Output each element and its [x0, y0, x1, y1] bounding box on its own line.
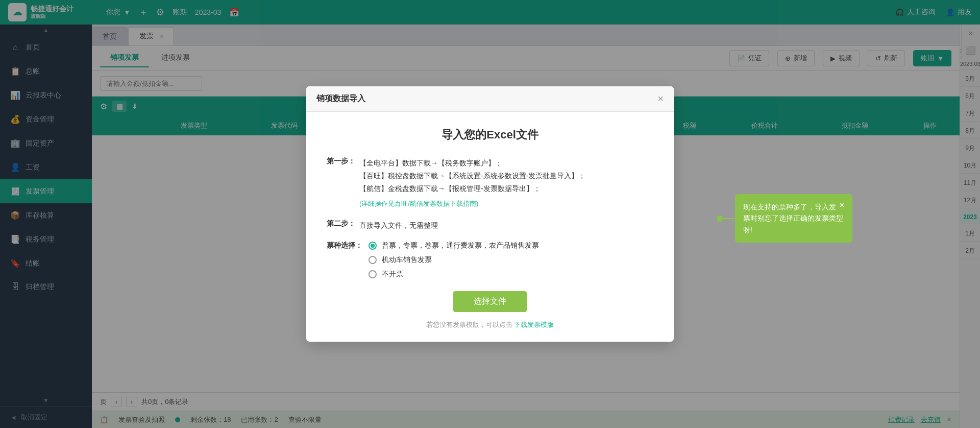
download-hint-text: 若您没有发票模版，可以点击 — [426, 321, 512, 328]
radio-option-3[interactable]: 不开票 — [369, 270, 539, 279]
dialog-overlay: 销项数据导入 × 导入您的Excel文件 第一步： 【全电平台】数据下载→【税务… — [0, 0, 980, 428]
radio-inner-1 — [371, 244, 375, 248]
step1-row: 第一步： 【全电平台】数据下载→【税务数字账户】； 【百旺】税控盘数据下载→【系… — [327, 157, 653, 210]
tooltip-with-line: × 现在支持的票种多了，导入发票时别忘了选择正确的发票类型呀! — [720, 194, 852, 243]
dialog-close-btn[interactable]: × — [657, 93, 664, 104]
radio-option-2[interactable]: 机动车销售发票 — [369, 255, 539, 265]
dialog-header: 销项数据导入 × — [306, 86, 674, 112]
radio-option-1[interactable]: 普票，专票，卷票，通行费发票，农产品销售发票 — [369, 241, 539, 250]
radio-label-3: 不开票 — [382, 270, 403, 279]
dialog-body: 导入您的Excel文件 第一步： 【全电平台】数据下载→【税务数字账户】； 【百… — [306, 112, 674, 342]
radio-circle-3 — [369, 270, 377, 278]
step1-line1: 【全电平台】数据下载→【税务数字账户】； — [359, 157, 585, 170]
step1-link: (详细操作见百旺/航信发票数据下载指南) — [359, 197, 585, 210]
tooltip-container: × 现在支持的票种多了，导入发票时别忘了选择正确的发票类型呀! — [720, 194, 852, 243]
import-dialog: 销项数据导入 × 导入您的Excel文件 第一步： 【全电平台】数据下载→【税务… — [306, 86, 674, 342]
radio-label-1: 普票，专票，卷票，通行费发票，农产品销售发票 — [382, 241, 539, 250]
guide-link[interactable]: (详细操作见百旺/航信发票数据下载指南) — [359, 200, 478, 207]
step2-content: 直接导入文件，无需整理 — [359, 219, 438, 232]
radio-circle-1 — [369, 242, 377, 250]
ticket-choice: 票种选择： 普票，专票，卷票，通行费发票，农产品销售发票 机动车销售发票 — [327, 241, 653, 279]
tooltip-bubble: × 现在支持的票种多了，导入发票时别忘了选择正确的发票类型呀! — [735, 194, 852, 243]
ticket-choice-label: 票种选择： — [327, 241, 362, 250]
download-hint: 若您没有发票模版，可以点击 下载发票模版 — [327, 320, 653, 329]
step2-row: 第二步： 直接导入文件，无需整理 — [327, 219, 653, 232]
dialog-main-title: 导入您的Excel文件 — [327, 127, 653, 142]
radio-label-2: 机动车销售发票 — [382, 255, 432, 265]
tooltip-line — [720, 218, 735, 219]
tooltip-dot — [717, 216, 723, 222]
step1-label: 第一步： — [327, 157, 355, 210]
download-template-link[interactable]: 下载发票模版 — [514, 321, 554, 328]
dialog-title: 销项数据导入 — [316, 93, 365, 104]
radio-group: 普票，专票，卷票，通行费发票，农产品销售发票 机动车销售发票 不开票 — [366, 241, 539, 279]
step1-content: 【全电平台】数据下载→【税务数字账户】； 【百旺】税控盘数据下载→【系统设置-系… — [359, 157, 585, 210]
radio-circle-2 — [369, 256, 377, 264]
step2-label: 第二步： — [327, 219, 355, 232]
select-file-btn[interactable]: 选择文件 — [453, 291, 527, 312]
step1-line2: 【百旺】税控盘数据下载→【系统设置-系统参数设置-发票批量导入】； — [359, 170, 585, 182]
ticket-choice-row: 票种选择： 普票，专票，卷票，通行费发票，农产品销售发票 机动车销售发票 — [327, 241, 653, 279]
step1-line3: 【航信】金税盘数据下载→【报税管理-发票数据导出】； — [359, 182, 585, 195]
tooltip-close-btn[interactable]: × — [840, 201, 844, 209]
tooltip-text: 现在支持的票种多了，导入发票时别忘了选择正确的发票类型呀! — [743, 203, 843, 234]
